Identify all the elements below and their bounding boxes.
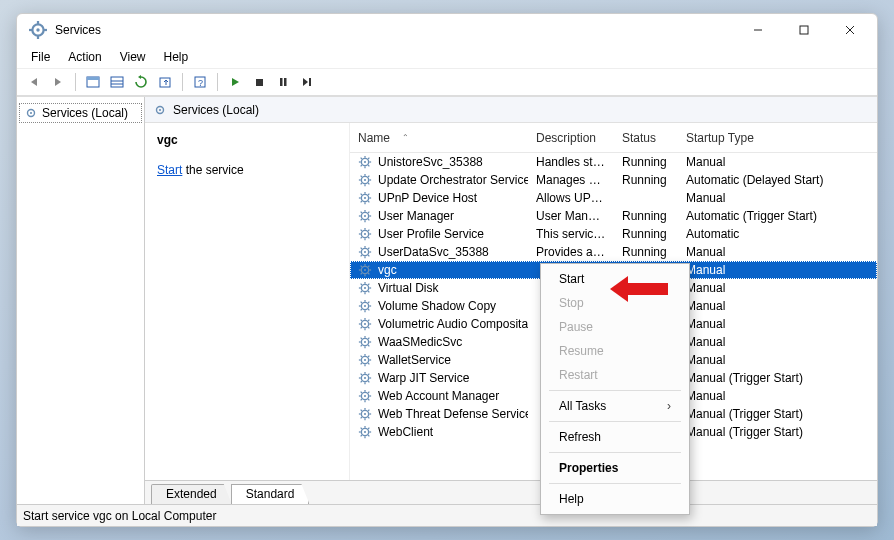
back-button[interactable] bbox=[23, 71, 45, 93]
svg-line-95 bbox=[368, 266, 369, 267]
row-desc: User Manag… bbox=[528, 209, 614, 223]
svg-point-117 bbox=[364, 323, 366, 325]
svg-line-123 bbox=[368, 327, 369, 328]
tree-pane: Services (Local) bbox=[17, 97, 145, 504]
svg-line-164 bbox=[361, 399, 362, 400]
tab-extended[interactable]: Extended bbox=[151, 484, 232, 504]
start-service-button[interactable] bbox=[224, 71, 246, 93]
close-button[interactable] bbox=[827, 16, 873, 44]
svg-line-165 bbox=[368, 392, 369, 393]
ctx-refresh[interactable]: Refresh bbox=[541, 425, 689, 449]
row-startup: Manual bbox=[678, 245, 877, 259]
titlebar: Services bbox=[17, 14, 877, 46]
svg-line-103 bbox=[368, 291, 369, 292]
gear-icon bbox=[358, 281, 372, 295]
svg-line-52 bbox=[361, 194, 362, 195]
ctx-properties[interactable]: Properties bbox=[541, 456, 689, 480]
minimize-button[interactable] bbox=[735, 16, 781, 44]
row-startup: Manual bbox=[678, 353, 877, 367]
col-status[interactable]: Status bbox=[614, 131, 678, 145]
ctx-all-tasks[interactable]: All Tasks bbox=[541, 394, 689, 418]
pause-service-button[interactable] bbox=[272, 71, 294, 93]
svg-line-125 bbox=[368, 320, 369, 321]
export-list-button[interactable] bbox=[106, 71, 128, 93]
table-row[interactable]: User ManagerUser Manag…RunningAutomatic … bbox=[350, 207, 877, 225]
sort-caret-icon: ⌃ bbox=[402, 133, 409, 142]
row-name: Warp JIT Service bbox=[378, 371, 469, 385]
table-row[interactable]: Update Orchestrator ServiceManages Wi…Ru… bbox=[350, 171, 877, 189]
gear-icon bbox=[358, 425, 372, 439]
svg-line-94 bbox=[361, 273, 362, 274]
table-row[interactable]: UPnP Device HostAllows UPn…Manual bbox=[350, 189, 877, 207]
table-row[interactable]: UserDataSvc_35388Provides ap…RunningManu… bbox=[350, 243, 877, 261]
svg-line-63 bbox=[368, 219, 369, 220]
row-name: vgc bbox=[378, 263, 397, 277]
forward-button[interactable] bbox=[47, 71, 69, 93]
svg-line-64 bbox=[361, 219, 362, 220]
col-name[interactable]: Name⌃ bbox=[350, 131, 528, 145]
svg-point-137 bbox=[364, 359, 366, 361]
table-row[interactable]: User Profile ServiceThis service …Runnin… bbox=[350, 225, 877, 243]
ctx-help[interactable]: Help bbox=[541, 487, 689, 511]
annotation-arrow bbox=[610, 276, 668, 302]
row-startup: Manual (Trigger Start) bbox=[678, 407, 877, 421]
show-hide-tree-button[interactable] bbox=[82, 71, 104, 93]
services-window: Services File Action View Help ? bbox=[16, 13, 878, 527]
svg-line-153 bbox=[368, 381, 369, 382]
svg-line-113 bbox=[368, 309, 369, 310]
col-startup-type[interactable]: Startup Type bbox=[678, 131, 877, 145]
svg-point-25 bbox=[159, 108, 161, 110]
row-status: Running bbox=[614, 173, 678, 187]
row-desc: Manages Wi… bbox=[528, 173, 614, 187]
svg-line-105 bbox=[368, 284, 369, 285]
menu-action[interactable]: Action bbox=[60, 48, 109, 66]
svg-rect-20 bbox=[284, 78, 287, 86]
tree-root-item[interactable]: Services (Local) bbox=[19, 103, 142, 123]
svg-line-32 bbox=[361, 158, 362, 159]
menu-help[interactable]: Help bbox=[156, 48, 197, 66]
window-title: Services bbox=[55, 23, 735, 37]
svg-rect-7 bbox=[800, 26, 808, 34]
svg-line-175 bbox=[368, 410, 369, 411]
row-name: User Profile Service bbox=[378, 227, 484, 241]
row-name: Web Threat Defense Service bbox=[378, 407, 528, 421]
svg-line-55 bbox=[368, 194, 369, 195]
menu-file[interactable]: File bbox=[23, 48, 58, 66]
svg-line-75 bbox=[368, 230, 369, 231]
svg-point-47 bbox=[364, 197, 366, 199]
svg-line-34 bbox=[361, 165, 362, 166]
svg-line-134 bbox=[361, 345, 362, 346]
row-startup: Manual bbox=[678, 155, 877, 169]
stop-service-button[interactable] bbox=[248, 71, 270, 93]
detail-header-label: Services (Local) bbox=[173, 103, 259, 117]
svg-line-132 bbox=[361, 338, 362, 339]
service-summary-pane: vgc Start the service bbox=[145, 123, 350, 480]
svg-rect-15 bbox=[160, 78, 170, 87]
menu-view[interactable]: View bbox=[112, 48, 154, 66]
row-startup: Manual (Trigger Start) bbox=[678, 425, 877, 439]
start-link[interactable]: Start bbox=[157, 163, 182, 177]
refresh-button[interactable] bbox=[130, 71, 152, 93]
restart-service-button[interactable] bbox=[296, 71, 318, 93]
svg-line-84 bbox=[361, 255, 362, 256]
gear-icon bbox=[358, 371, 372, 385]
detail-pane: Services (Local) vgc Start the service N… bbox=[145, 97, 877, 504]
svg-line-83 bbox=[368, 255, 369, 256]
svg-point-67 bbox=[364, 233, 366, 235]
col-description[interactable]: Description bbox=[528, 131, 614, 145]
help-button[interactable]: ? bbox=[189, 71, 211, 93]
row-name: UPnP Device Host bbox=[378, 191, 477, 205]
svg-point-57 bbox=[364, 215, 366, 217]
svg-line-184 bbox=[361, 435, 362, 436]
row-desc: Handles sto… bbox=[528, 155, 614, 169]
row-desc: Allows UPn… bbox=[528, 191, 614, 205]
gear-icon bbox=[358, 209, 372, 223]
export-button[interactable] bbox=[154, 71, 176, 93]
svg-line-173 bbox=[368, 417, 369, 418]
svg-rect-11 bbox=[87, 77, 99, 80]
maximize-button[interactable] bbox=[781, 16, 827, 44]
table-row[interactable]: UnistoreSvc_35388Handles sto…RunningManu… bbox=[350, 153, 877, 171]
svg-point-127 bbox=[364, 341, 366, 343]
tab-standard[interactable]: Standard bbox=[231, 484, 310, 504]
gear-icon bbox=[358, 389, 372, 403]
